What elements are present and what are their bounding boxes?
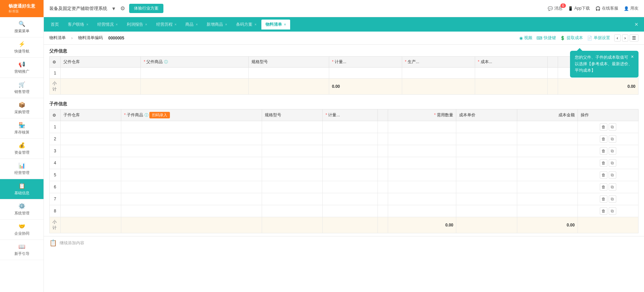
sidebar-item-collab[interactable]: 🤝 企业协同 — [0, 220, 44, 240]
child-quantity-cell-4[interactable] — [388, 157, 456, 169]
settings-action[interactable]: 📄 单据设置 — [587, 35, 610, 41]
child-unit-cell-5[interactable] — [323, 169, 378, 181]
child-product-cell-1[interactable] — [121, 121, 262, 133]
child-product-cell-2[interactable] — [121, 133, 262, 145]
child-cost-price-cell-3[interactable] — [456, 145, 517, 157]
cost-action[interactable]: 💲 提取成本 — [560, 35, 583, 41]
scan-button[interactable]: 扫码录入 — [149, 112, 170, 118]
child-cost-price-cell-6[interactable] — [456, 181, 517, 193]
parent-cost-cell[interactable] — [475, 68, 548, 79]
child-warehouse-cell-2[interactable] — [61, 133, 121, 145]
trial-button[interactable]: 体验行业方案 — [129, 4, 163, 13]
online-service-item[interactable]: 🎧 在线客服 — [595, 5, 618, 11]
sidebar-item-marketing[interactable]: 📢 营销推广 — [0, 58, 44, 78]
parent-unit-cell[interactable] — [329, 68, 402, 79]
tab-goods[interactable]: 商品 × — [181, 20, 202, 30]
user-item[interactable]: 👤 用友 — [624, 5, 639, 11]
sidebar-item-system[interactable]: ⚙️ 系统管理 — [0, 199, 44, 220]
delete-button-2[interactable]: 🗑 — [600, 135, 607, 143]
tab-profit-close[interactable]: × — [145, 23, 147, 26]
child-warehouse-cell-6[interactable] — [61, 181, 121, 193]
child-spec-cell-3[interactable] — [262, 145, 323, 157]
child-spec-cell-8[interactable] — [262, 205, 323, 217]
shortcut-action[interactable]: ⌨ 快捷键 — [536, 35, 556, 41]
child-cost-price-cell-1[interactable] — [456, 121, 517, 133]
child-product-cell-6[interactable] — [121, 181, 262, 193]
child-warehouse-cell-8[interactable] — [61, 205, 121, 217]
breadcrumb-bom[interactable]: 物料清单 — [49, 35, 66, 41]
sidebar-item-purchase[interactable]: 📦 采购管理 — [0, 98, 44, 118]
delete-button-8[interactable]: 🗑 — [600, 207, 607, 215]
child-product-cell-8[interactable] — [121, 205, 262, 217]
sidebar-item-basic[interactable]: 📋 基础信息 — [0, 179, 44, 199]
tab-operations[interactable]: 经营情况 × — [93, 20, 122, 30]
copy-button-2[interactable]: ⧉ — [609, 135, 616, 143]
child-cost-price-cell-5[interactable] — [456, 169, 517, 181]
delete-button-5[interactable]: 🗑 — [600, 171, 607, 179]
tab-process-close[interactable]: × — [175, 23, 177, 26]
prev-button[interactable]: ‹ — [614, 34, 620, 42]
child-quantity-cell-6[interactable] — [388, 181, 456, 193]
child-unit-cell-2[interactable] — [323, 133, 378, 145]
parent-th-gear[interactable]: ⚙ — [50, 57, 61, 68]
child-product-cell-7[interactable] — [121, 193, 262, 205]
child-warehouse-cell-4[interactable] — [61, 157, 121, 169]
child-product-cell-5[interactable] — [121, 169, 262, 181]
tab-bom[interactable]: 物料清单 × — [261, 20, 290, 30]
add-row-icon[interactable]: 📋 — [49, 239, 57, 247]
parent-warehouse-cell[interactable] — [61, 68, 141, 79]
child-quantity-cell-5[interactable] — [388, 169, 456, 181]
tab-new-goods-close[interactable]: × — [225, 23, 227, 26]
system-dropdown-button[interactable]: ▼ — [111, 6, 116, 11]
tab-operations-close[interactable]: × — [116, 23, 118, 26]
copy-button-3[interactable]: ⧉ — [609, 147, 616, 155]
child-th-gear[interactable]: ⚙ — [50, 109, 61, 121]
child-unit-cell-8[interactable] — [323, 205, 378, 217]
delete-button-3[interactable]: 🗑 — [600, 147, 607, 155]
delete-button-6[interactable]: 🗑 — [600, 183, 607, 191]
child-product-cell-4[interactable] — [121, 157, 262, 169]
sidebar-item-search[interactable]: 🔍 搜索菜单 — [0, 17, 44, 37]
delete-button-7[interactable]: 🗑 — [600, 195, 607, 203]
copy-button-4[interactable]: ⧉ — [609, 159, 616, 167]
child-spec-cell-1[interactable] — [262, 121, 323, 133]
sidebar-item-inventory[interactable]: 🏪 库存核算 — [0, 118, 44, 139]
child-spec-cell-7[interactable] — [262, 193, 323, 205]
parent-product-cell[interactable] — [141, 68, 249, 79]
tab-customer-close[interactable]: × — [86, 23, 88, 26]
sidebar-item-operation[interactable]: 📊 经营管理 — [0, 159, 44, 179]
tab-goods-close[interactable]: × — [196, 23, 198, 26]
child-cost-price-cell-7[interactable] — [456, 193, 517, 205]
tab-profit[interactable]: 利润报告 × — [123, 20, 151, 30]
child-quantity-cell-2[interactable] — [388, 133, 456, 145]
child-quantity-cell-3[interactable] — [388, 145, 456, 157]
parent-produce-cell[interactable] — [402, 68, 475, 79]
copy-button-8[interactable]: ⧉ — [609, 207, 616, 215]
child-product-cell-3[interactable] — [121, 145, 262, 157]
child-spec-cell-5[interactable] — [262, 169, 323, 181]
copy-button-5[interactable]: ⧉ — [609, 171, 616, 179]
child-spec-cell-2[interactable] — [262, 133, 323, 145]
tab-process[interactable]: 经营历程 × — [152, 20, 181, 30]
copy-button-7[interactable]: ⧉ — [609, 195, 616, 203]
child-warehouse-cell-7[interactable] — [61, 193, 121, 205]
child-cost-price-cell-8[interactable] — [456, 205, 517, 217]
sidebar-item-guide[interactable]: 📖 新手引导 — [0, 240, 44, 260]
child-cost-price-cell-2[interactable] — [456, 133, 517, 145]
tab-home[interactable]: 首页 — [47, 20, 63, 30]
child-unit-cell-4[interactable] — [323, 157, 378, 169]
tab-bom-close[interactable]: × — [284, 23, 286, 26]
child-warehouse-cell-3[interactable] — [61, 145, 121, 157]
tab-barcode[interactable]: 条码方案 × — [232, 20, 261, 30]
child-warehouse-cell-5[interactable] — [61, 169, 121, 181]
list-view-button[interactable]: ☰ — [630, 34, 639, 42]
app-download-item[interactable]: 📱 App下载 — [568, 5, 590, 11]
child-unit-cell-3[interactable] — [323, 145, 378, 157]
child-warehouse-cell-1[interactable] — [61, 121, 121, 133]
sidebar-item-quicknav[interactable]: ⚡ 快捷导航 — [0, 37, 44, 58]
child-quantity-cell-1[interactable] — [388, 121, 456, 133]
child-quantity-cell-7[interactable] — [388, 193, 456, 205]
tab-customer[interactable]: 客户联络 × — [64, 20, 92, 30]
settings-icon[interactable]: ⚙ — [120, 5, 125, 12]
parent-spec-cell[interactable] — [249, 68, 329, 79]
